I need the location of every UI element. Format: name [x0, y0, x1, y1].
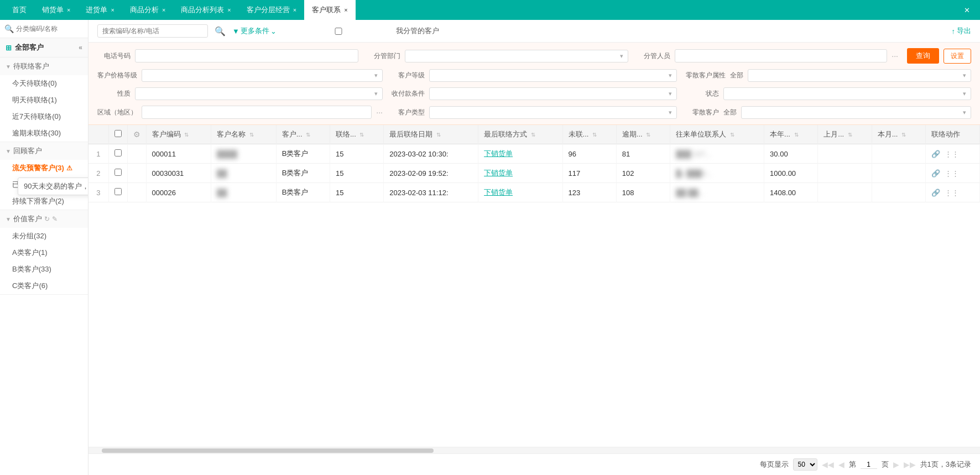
scroll-thumb[interactable] [102, 448, 434, 453]
sidebar-search-input[interactable] [16, 25, 84, 33]
close-icon[interactable]: × [67, 7, 70, 13]
my-customers-checkbox[interactable] [283, 28, 394, 35]
close-all-button[interactable]: ✕ [958, 5, 976, 15]
customer-type-select[interactable]: ▾ [429, 106, 677, 119]
search-input[interactable] [97, 24, 208, 38]
col-this-year: 本年... ⇅ [764, 125, 818, 144]
settings-icon[interactable]: ⚙ [133, 130, 140, 139]
status-select[interactable]: ▾ [723, 87, 971, 100]
per-page-select[interactable]: 50 [793, 458, 817, 471]
close-icon[interactable]: × [111, 7, 114, 13]
action-more-icon[interactable]: ⋮⋮ [945, 169, 959, 178]
close-icon[interactable]: × [227, 7, 231, 13]
settings-button[interactable]: 设置 [943, 49, 971, 64]
close-icon[interactable]: × [344, 7, 347, 13]
close-icon[interactable]: × [293, 7, 296, 13]
row-checkbox-cell[interactable] [108, 183, 127, 202]
close-icon[interactable]: × [162, 7, 165, 13]
tab-sales-order[interactable]: 销货单 × [34, 0, 78, 20]
tab-customer-segmentation[interactable]: 客户分层经营 × [239, 0, 304, 20]
customer-level-select[interactable]: ▾ [142, 69, 383, 82]
payment-select[interactable]: ▾ [429, 87, 677, 100]
tab-product-analysis-list[interactable]: 商品分析列表 × [173, 0, 238, 20]
customer-type-label: 客户类型 [392, 108, 425, 117]
prev-page-button[interactable]: ◀ [838, 460, 845, 469]
zero-customer-select[interactable]: ▾ [741, 106, 971, 119]
region-input[interactable] [142, 106, 372, 119]
sidebar-item-today-pending[interactable]: 今天待联络(0) [0, 75, 88, 92]
customer-grade-select[interactable]: ▾ [429, 69, 677, 82]
action-link-icon[interactable]: 🔗 [931, 150, 940, 158]
sidebar-item-overdue-pending[interactable]: 逾期未联络(30) [0, 125, 88, 142]
filter-row-4: 区域（地区） ··· 客户类型 ▾ 零散客户 全部 ▾ [97, 106, 971, 119]
sidebar-item-ungrouped[interactable]: 未分组(32) [0, 228, 88, 244]
more-icon[interactable]: ··· [376, 108, 383, 117]
select-all-checkbox[interactable] [114, 130, 122, 137]
filter-field-payment: 收付款条件 ▾ [392, 87, 677, 100]
sidebar-item-churn-warning[interactable]: 流失预警客户(3) ⚠ [0, 160, 88, 176]
page-input[interactable] [861, 461, 877, 469]
tab-home[interactable]: 首页 [4, 0, 34, 20]
first-page-button[interactable]: ◀◀ [822, 460, 834, 469]
more-icon[interactable]: ··· [892, 51, 898, 60]
col-action: 联络动作 [925, 125, 979, 144]
row-checkbox-cell[interactable] [108, 144, 127, 164]
my-customers-checkbox-label[interactable]: 我分管的客户 [283, 26, 439, 36]
filter-icon: ▼ [232, 27, 239, 35]
search-button[interactable]: 🔍 [215, 26, 226, 36]
row-last-method[interactable]: 下销货单 [478, 183, 563, 202]
sort-icon: ⇅ [794, 132, 799, 138]
sidebar-item-class-b[interactable]: B类客户(33) [0, 261, 88, 278]
action-link-icon[interactable]: 🔗 [931, 189, 940, 197]
sidebar-item-tomorrow-pending[interactable]: 明天待联络(1) [0, 92, 88, 108]
sidebar-group-pending-title[interactable]: ▼ 待联络客户 [0, 58, 88, 75]
col-checkbox [108, 125, 127, 144]
col-contact: 联络... ⇅ [330, 125, 383, 144]
sidebar-item-class-a[interactable]: A类客户(1) [0, 244, 88, 261]
action-link-icon[interactable]: 🔗 [931, 169, 940, 178]
filter-actions: 查询 设置 [907, 48, 971, 64]
zero-attribute-label: 零散客户属性 [686, 71, 726, 80]
chevron-down-icon: ▾ [669, 72, 672, 79]
sidebar: 🔍 ⊞ 全部客户 « ▼ 待联络客户 今天待联络(0) 明天待联络(1) 近7天… [0, 20, 88, 475]
zero-attribute-select[interactable]: ▾ [748, 69, 971, 82]
row-last-method[interactable]: 下销货单 [478, 164, 563, 183]
row-checkbox-cell[interactable] [108, 164, 127, 183]
next-page-button[interactable]: ▶ [893, 460, 899, 469]
main-layout: 🔍 ⊞ 全部客户 « ▼ 待联络客户 今天待联络(0) 明天待联络(1) 近7天… [0, 20, 980, 475]
nature-select[interactable]: ▾ [135, 87, 383, 100]
person-input[interactable] [675, 49, 887, 62]
filter-field-customer-type: 客户类型 ▾ [392, 106, 677, 119]
action-more-icon[interactable]: ⋮⋮ [945, 189, 959, 197]
col-overdue: 逾期... ⇅ [616, 125, 670, 144]
phone-input[interactable] [135, 49, 358, 62]
tab-product-analysis[interactable]: 商品分析 × [122, 0, 173, 20]
sidebar-all-customers[interactable]: ⊞ 全部客户 « [0, 38, 88, 58]
row-settings-cell [127, 183, 146, 202]
row-this-month [872, 164, 925, 183]
sidebar-group-review-title[interactable]: ▼ 回顾客户 [0, 142, 88, 160]
sort-icon: ⇅ [249, 132, 254, 138]
row-checkbox[interactable] [114, 169, 122, 176]
export-button[interactable]: ↑ 导出 [952, 26, 972, 36]
department-select[interactable]: ▾ [405, 50, 628, 62]
row-last-month [818, 183, 872, 202]
last-page-button[interactable]: ▶▶ [904, 460, 916, 469]
more-conditions-button[interactable]: ▼ 更多条件 ⌄ [232, 26, 277, 36]
row-index: 2 [88, 164, 108, 183]
sidebar-item-class-c[interactable]: C类客户(6) [0, 278, 88, 294]
row-checkbox[interactable] [114, 149, 122, 156]
edit-icon[interactable]: ✎ [52, 215, 58, 223]
refresh-icon[interactable]: ↻ [44, 215, 50, 223]
horizontal-scrollbar[interactable] [88, 447, 980, 453]
sidebar-item-declining[interactable]: 持续下滑客户(2) [0, 193, 88, 210]
action-more-icon[interactable]: ⋮⋮ [945, 150, 959, 158]
tab-customer-contact[interactable]: 客户联系 × [304, 0, 355, 20]
row-checkbox[interactable] [114, 188, 122, 195]
sidebar-item-week-pending[interactable]: 近7天待联络(0) [0, 108, 88, 125]
query-button[interactable]: 查询 [907, 48, 939, 64]
col-settings[interactable]: ⚙ [127, 125, 146, 144]
sidebar-group-value-title[interactable]: ▼ 价值客户 ↻ ✎ [0, 210, 88, 228]
tab-purchase-order[interactable]: 进货单 × [78, 0, 122, 20]
row-last-method[interactable]: 下销货单 [478, 144, 563, 164]
